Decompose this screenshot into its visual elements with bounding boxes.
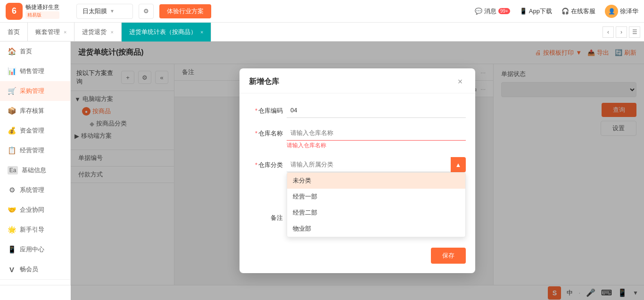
tab-scroll-right[interactable]: › xyxy=(616,26,627,38)
category-label: 仓库分类 xyxy=(249,157,287,169)
customer-service-label: 在线客服 xyxy=(571,7,595,16)
category-toggle-button[interactable]: ▲ xyxy=(451,157,466,172)
sidebar-item-operations[interactable]: 📋 经营管理 xyxy=(0,141,70,160)
sidebar-item-member[interactable]: V 畅会员 xyxy=(0,259,70,279)
form-row-category: 仓库分类 ▲ 未分类 经营一部 经营二部 物业部 xyxy=(249,157,466,172)
message-label: 消息 xyxy=(484,7,496,16)
name-label: 仓库名称 xyxy=(249,125,287,138)
message-badge: 99+ xyxy=(498,8,510,14)
tab-purchase-return[interactable]: 进货退货 × xyxy=(74,23,121,42)
tab-bar: 首页 账套管理 × 进货退货 × 进货单统计表（按商品） × ‹ › ☰ xyxy=(0,23,644,42)
app-icon: 📱 xyxy=(520,8,527,15)
username-label: 徐泽华 xyxy=(620,7,638,16)
tab-controls: ‹ › ☰ xyxy=(599,26,644,38)
code-control xyxy=(287,103,466,118)
headset-icon: 🎧 xyxy=(561,8,569,15)
home-icon: 🏠 xyxy=(8,47,16,56)
header-right: 💬 消息 99+ 📱 App下载 🎧 在线客服 👤 徐泽华 xyxy=(475,5,638,18)
modal-body: 仓库编码 仓库名称 请输入仓库名称 xyxy=(239,93,475,242)
tab-menu[interactable]: ☰ xyxy=(629,26,640,38)
save-button[interactable]: 保存 xyxy=(431,248,466,264)
sales-icon: 📊 xyxy=(8,67,16,75)
sidebar-item-enterprise[interactable]: 🤝 企业协同 xyxy=(0,200,70,220)
top-header: 6 畅捷通好生意 精易版 日太阳膜 ▼ ⚙ 体验行业方案 💬 消息 99+ 📱 … xyxy=(0,0,644,23)
name-error-message: 请输入仓库名称 xyxy=(287,142,466,150)
user-item[interactable]: 👤 徐泽华 xyxy=(605,5,638,18)
system-icon: ⚙ xyxy=(8,186,16,194)
finance-icon: 💰 xyxy=(8,126,16,135)
user-avatar: 👤 xyxy=(605,5,618,18)
message-item[interactable]: 💬 消息 99+ xyxy=(475,7,510,16)
sidebar-item-inventory[interactable]: 📦 库存核算 xyxy=(0,101,70,121)
inventory-icon: 📦 xyxy=(8,107,16,115)
trial-button[interactable]: 体验行业方案 xyxy=(159,4,211,18)
logo-text: 畅捷通好生意 精易版 xyxy=(25,3,59,19)
member-icon: V xyxy=(8,265,16,274)
tab-scroll-left[interactable]: ‹ xyxy=(603,26,614,38)
category-dropdown: 未分类 经营一部 经营二部 物业部 xyxy=(287,172,466,237)
dropdown-item-dept3[interactable]: 物业部 xyxy=(287,221,465,237)
tab-close-purchase-return[interactable]: × xyxy=(110,29,113,35)
sidebar-item-appcenter[interactable]: 📱 应用中心 xyxy=(0,240,70,259)
tab-close-purchase-stats[interactable]: × xyxy=(200,29,203,35)
tab-account[interactable]: 账套管理 × xyxy=(28,23,74,42)
modal-title: 新增仓库 xyxy=(249,77,279,87)
sidebar-item-purchase[interactable]: 🛒 采购管理 xyxy=(0,81,70,101)
store-name: 日太阳膜 xyxy=(83,7,107,16)
sidebar-item-system[interactable]: ⚙ 系统管理 xyxy=(0,180,70,200)
app-download-label: App下载 xyxy=(529,7,552,16)
appcenter-icon: 📱 xyxy=(8,245,16,254)
modal-overlay[interactable]: 新增仓库 × 仓库编码 仓库名称 xyxy=(71,42,644,300)
dropdown-item-dept1[interactable]: 经营一部 xyxy=(287,189,465,205)
store-selector[interactable]: 日太阳膜 ▼ xyxy=(76,4,133,19)
name-control: 请输入仓库名称 xyxy=(287,125,466,150)
modal-close-button[interactable]: × xyxy=(454,76,466,87)
content-area: 进货单统计(按商品) 🖨 按模板打印 ▼ 📤 导出 🔄 刷新 xyxy=(71,42,644,300)
modal-header: 新增仓库 × xyxy=(239,68,475,93)
code-input[interactable] xyxy=(287,103,466,118)
message-icon: 💬 xyxy=(475,8,482,15)
modal-footer: 保存 xyxy=(239,242,475,273)
sidebar-item-guide[interactable]: 🌟 新手引导 xyxy=(0,220,70,240)
customer-service-item[interactable]: 🎧 在线客服 xyxy=(561,7,595,16)
sidebar-item-sales[interactable]: 📊 销售管理 xyxy=(0,61,70,81)
app-download-item[interactable]: 📱 App下载 xyxy=(520,7,552,16)
category-control: ▲ 未分类 经营一部 经营二部 物业部 xyxy=(287,157,466,172)
name-input[interactable] xyxy=(287,125,466,141)
guide-icon: 🌟 xyxy=(8,225,16,234)
code-label: 仓库编码 xyxy=(249,103,287,115)
basic-info-icon: Ea xyxy=(8,166,18,175)
dropdown-item-dept2[interactable]: 经营二部 xyxy=(287,205,465,221)
header-actions: ⚙ 体验行业方案 xyxy=(139,4,211,19)
dropdown-item-unclassified[interactable]: 未分类 xyxy=(287,173,465,189)
logo-icon: 6 xyxy=(6,3,23,20)
sidebar: 🏠 首页 📊 销售管理 🛒 采购管理 📦 库存核算 💰 资金管理 📋 经营管理 … xyxy=(0,42,71,300)
enterprise-icon: 🤝 xyxy=(8,206,16,214)
purchase-icon: 🛒 xyxy=(8,87,16,95)
sidebar-item-basic-info[interactable]: Ea 基础信息 xyxy=(0,160,70,180)
form-row-code: 仓库编码 xyxy=(249,103,466,118)
logo-area: 6 畅捷通好生意 精易版 xyxy=(6,3,76,20)
memo-label: 备注 xyxy=(249,210,287,222)
tab-purchase-stats[interactable]: 进货单统计表（按商品） × xyxy=(122,23,211,42)
tab-home[interactable]: 首页 xyxy=(0,23,28,42)
sidebar-item-finance[interactable]: 💰 资金管理 xyxy=(0,121,70,141)
main-layout: 🏠 首页 📊 销售管理 🛒 采购管理 📦 库存核算 💰 资金管理 📋 经营管理 … xyxy=(0,42,644,300)
tab-close-account[interactable]: × xyxy=(64,29,66,35)
form-row-name: 仓库名称 请输入仓库名称 xyxy=(249,125,466,150)
operations-icon: 📋 xyxy=(8,146,16,155)
settings-icon[interactable]: ⚙ xyxy=(139,4,154,19)
category-input[interactable] xyxy=(287,157,466,172)
sidebar-item-home[interactable]: 🏠 首页 xyxy=(0,42,70,61)
modal-new-warehouse: 新增仓库 × 仓库编码 仓库名称 xyxy=(239,68,475,273)
store-dropdown-arrow: ▼ xyxy=(110,8,115,14)
